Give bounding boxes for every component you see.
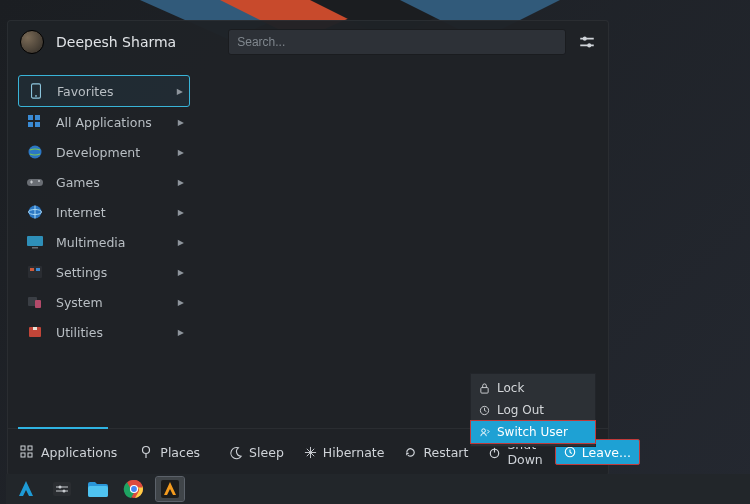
- tools-icon: [26, 263, 44, 281]
- apps-icon: [20, 445, 34, 459]
- category-label: Favorites: [57, 84, 113, 99]
- globe-icon: [26, 143, 44, 161]
- leave-logout[interactable]: Log Out: [471, 399, 595, 421]
- taskbar-file-manager[interactable]: [84, 477, 112, 501]
- svg-rect-17: [27, 236, 43, 246]
- category-label: Development: [56, 145, 140, 160]
- category-system[interactable]: System ▶: [18, 287, 190, 317]
- svg-rect-21: [36, 268, 40, 271]
- category-settings[interactable]: Settings ▶: [18, 257, 190, 287]
- chrome-icon: [124, 479, 144, 499]
- svg-rect-25: [33, 327, 37, 330]
- user-avatar[interactable]: [20, 30, 44, 54]
- svg-point-14: [38, 180, 40, 182]
- tab-places[interactable]: Places: [139, 445, 200, 460]
- svg-rect-27: [28, 446, 32, 450]
- restart-icon: [404, 446, 417, 459]
- tab-applications[interactable]: Applications: [20, 445, 117, 460]
- category-label: System: [56, 295, 103, 310]
- svg-rect-23: [35, 300, 41, 308]
- svg-rect-11: [35, 122, 40, 127]
- svg-rect-18: [32, 247, 38, 249]
- category-label: Settings: [56, 265, 107, 280]
- category-games[interactable]: Games ▶: [18, 167, 190, 197]
- device-icon: [26, 293, 44, 311]
- category-label: Games: [56, 175, 100, 190]
- svg-rect-13: [27, 179, 43, 186]
- leave-menu: Lock Log Out Switch User: [470, 373, 596, 447]
- user-swap-icon: [479, 427, 490, 438]
- svg-rect-39: [88, 486, 108, 497]
- category-favorites[interactable]: Favorites ▶: [18, 75, 190, 107]
- category-label: All Applications: [56, 115, 152, 130]
- lock-icon: [479, 383, 490, 394]
- svg-rect-19: [28, 266, 42, 278]
- chevron-right-icon: ▶: [177, 87, 183, 96]
- category-multimedia[interactable]: Multimedia ▶: [18, 227, 190, 257]
- search-input[interactable]: [228, 29, 566, 55]
- power-hibernate[interactable]: Hibernate: [296, 440, 393, 464]
- box-icon: [26, 323, 44, 341]
- svg-rect-20: [30, 268, 34, 271]
- power-label: Sleep: [249, 445, 284, 460]
- taskbar: [6, 474, 750, 504]
- svg-rect-36: [53, 482, 71, 496]
- svg-rect-29: [28, 453, 32, 457]
- category-all-applications[interactable]: All Applications ▶: [18, 107, 190, 137]
- snowflake-icon: [304, 446, 317, 459]
- sliders-icon: [52, 481, 72, 497]
- svg-rect-33: [481, 387, 488, 393]
- svg-point-35: [482, 428, 486, 432]
- power-restart[interactable]: Restart: [396, 440, 476, 464]
- moon-icon: [230, 446, 243, 459]
- chevron-right-icon: ▶: [178, 298, 184, 307]
- taskbar-app-active[interactable]: [156, 477, 184, 501]
- svg-point-4: [583, 37, 587, 41]
- launcher-topbar: Deepesh Sharma: [8, 21, 608, 63]
- svg-point-5: [587, 43, 591, 47]
- folder-icon: [87, 481, 109, 497]
- clock-icon: [479, 405, 490, 416]
- svg-rect-9: [35, 115, 40, 120]
- power-label: Hibernate: [323, 445, 385, 460]
- svg-point-7: [35, 95, 37, 97]
- clock-icon: [564, 446, 576, 458]
- taskbar-chrome[interactable]: [120, 477, 148, 501]
- category-development[interactable]: Development ▶: [18, 137, 190, 167]
- chevron-right-icon: ▶: [178, 238, 184, 247]
- chevron-right-icon: ▶: [178, 328, 184, 337]
- menu-label: Log Out: [497, 403, 544, 417]
- taskbar-arch-launcher[interactable]: [12, 477, 40, 501]
- user-name: Deepesh Sharma: [56, 34, 176, 50]
- category-utilities[interactable]: Utilities ▶: [18, 317, 190, 347]
- power-sleep[interactable]: Sleep: [222, 440, 292, 464]
- power-label: Restart: [423, 445, 468, 460]
- chevron-right-icon: ▶: [178, 148, 184, 157]
- chevron-right-icon: ▶: [178, 118, 184, 127]
- phone-icon: [27, 82, 45, 100]
- chevron-right-icon: ▶: [178, 208, 184, 217]
- leave-switch-user[interactable]: Switch User: [471, 421, 595, 443]
- taskbar-settings[interactable]: [48, 477, 76, 501]
- places-icon: [139, 445, 153, 459]
- category-label: Internet: [56, 205, 106, 220]
- category-list: Favorites ▶ All Applications ▶ Developme…: [8, 63, 200, 359]
- settings-icon[interactable]: [578, 33, 596, 51]
- svg-point-38: [63, 490, 66, 493]
- menu-label: Lock: [497, 381, 524, 395]
- category-internet[interactable]: Internet ▶: [18, 197, 190, 227]
- globe2-icon: [26, 203, 44, 221]
- arch-icon: [16, 479, 36, 499]
- power-icon: [488, 446, 501, 459]
- chevron-right-icon: ▶: [178, 268, 184, 277]
- chevron-right-icon: ▶: [178, 178, 184, 187]
- category-label: Utilities: [56, 325, 103, 340]
- grid-icon: [26, 113, 44, 131]
- monitor-icon: [26, 233, 44, 251]
- category-label: Multimedia: [56, 235, 126, 250]
- app-launcher-panel: Deepesh Sharma Favorites ▶ All Applicati…: [7, 20, 609, 476]
- svg-rect-10: [28, 122, 33, 127]
- menu-label: Switch User: [497, 425, 568, 439]
- arch-logo-icon: [160, 479, 180, 499]
- leave-lock[interactable]: Lock: [471, 377, 595, 399]
